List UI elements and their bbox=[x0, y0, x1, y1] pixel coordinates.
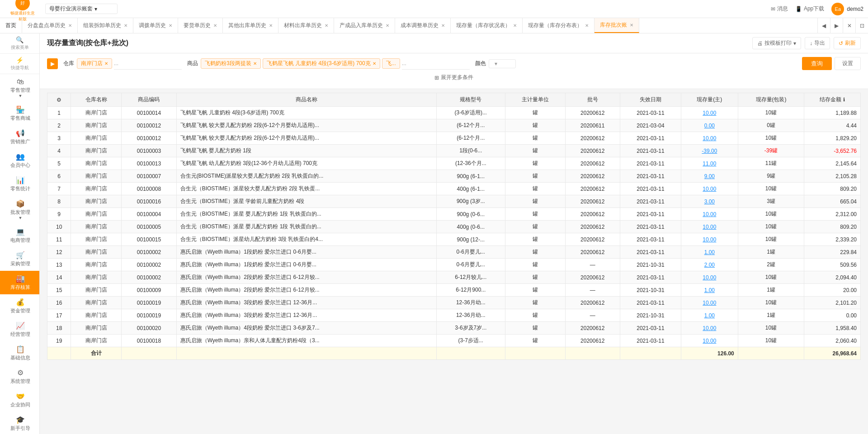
row-qty-main[interactable]: 1.00 bbox=[681, 246, 738, 259]
col-settings[interactable]: ⚙ bbox=[47, 93, 71, 107]
row-qty-main[interactable]: 10.00 bbox=[681, 208, 738, 221]
sidebar-item-xitong[interactable]: ⚙ 系统管理 bbox=[0, 365, 39, 388]
product-tag-3[interactable]: 飞... bbox=[382, 58, 400, 69]
template-dropdown-icon: ▾ bbox=[793, 40, 796, 47]
tab-tiaopo-close[interactable]: ✕ bbox=[169, 23, 172, 28]
export-button[interactable]: ↓ 导出 bbox=[805, 37, 830, 49]
row-name: 合生元（BIOSTIME）派星幼儿配方奶粉 3段 乳铁蛋白的4... bbox=[176, 233, 436, 246]
sidebar-item-dianshang-label: 电商管理 bbox=[10, 237, 30, 244]
tab-cailiao[interactable]: 材料出库单历史 ✕ bbox=[278, 18, 334, 33]
tab-close-all-btn[interactable]: ✕ bbox=[843, 18, 855, 33]
tab-yaohuo-close[interactable]: ✕ bbox=[213, 23, 217, 28]
tab-qita-close[interactable]: ✕ bbox=[269, 23, 273, 28]
row-qty-main[interactable]: 10.00 bbox=[681, 297, 738, 309]
sidebar-item-huiyuan[interactable]: 👥 会员中心 bbox=[0, 149, 39, 172]
product-tag-1-close[interactable]: ✕ bbox=[253, 61, 257, 66]
sidebar-item-pifa[interactable]: 📦 批发管理 ▼ bbox=[0, 196, 39, 224]
tab-more-btn[interactable]: ⊡ bbox=[855, 18, 868, 33]
sidebar-item-lingsoufenxi[interactable]: 📊 零售统计 bbox=[0, 172, 39, 196]
expand-more-label: 展开更多条件 bbox=[441, 74, 473, 81]
warehouse-tag-close[interactable]: ✕ bbox=[104, 61, 108, 66]
sidebar-search[interactable]: 🔍 搜索英单 bbox=[0, 33, 39, 54]
row-qty-pack: 2罐 bbox=[738, 259, 804, 271]
tab-zuhe[interactable]: 组装拆卸单历史 ✕ bbox=[78, 18, 133, 33]
sidebar-item-qiye[interactable]: 🤝 企业协同 bbox=[0, 388, 39, 412]
row-qty-main[interactable]: 10.00 bbox=[681, 322, 738, 335]
product-tag-2-close[interactable]: ✕ bbox=[373, 61, 376, 66]
top-bar: 好 畅捷通好生意 标版 母婴行业演示账套 ▾ ✉ 消息 📱 App下载 Ea d… bbox=[0, 0, 868, 18]
tab-chengben-close[interactable]: ✕ bbox=[441, 23, 445, 28]
sidebar-quick-nav[interactable]: ⚡ 快捷导航 bbox=[0, 54, 39, 74]
sidebar-item-dianshang[interactable]: 💻 电商管理 bbox=[0, 224, 39, 247]
sidebar-item-xinshou[interactable]: 🎓 新手引导 bbox=[0, 412, 39, 434]
tab-chengben[interactable]: 成本调整单历史 ✕ bbox=[395, 18, 451, 33]
tab-chanpin[interactable]: 产成品入库单历史 ✕ bbox=[334, 18, 395, 33]
message-button[interactable]: ✉ 消息 bbox=[771, 5, 788, 13]
tab-yaohuo[interactable]: 要货单历史 ✕ bbox=[178, 18, 223, 33]
product-tag-2[interactable]: 飞鹤星飞帆 儿童奶粉 4段(3-6岁适用) 700克 ✕ bbox=[263, 58, 380, 69]
expand-more-btn[interactable]: ⊞ 展开更多条件 bbox=[431, 72, 477, 83]
table-row: 15 南岸门店 00100009 惠氏启旅（Wyeth illuma）2段奶粉 … bbox=[47, 284, 861, 297]
row-qty-main[interactable]: 2.00 bbox=[681, 259, 738, 271]
col-spec: 规格型号 bbox=[436, 93, 505, 107]
row-qty-main[interactable]: 3.00 bbox=[681, 195, 738, 208]
tab-kucun-pi-close[interactable]: ✕ bbox=[630, 23, 633, 28]
tab-kucun-zhuang-close[interactable]: ✕ bbox=[513, 23, 517, 28]
row-qty-main[interactable]: -39.00 bbox=[681, 145, 738, 157]
org-selector[interactable]: 母婴行业演示账套 ▾ bbox=[45, 4, 118, 14]
tab-fenku[interactable]: 分盘盘点单历史 ✕ bbox=[22, 18, 78, 33]
avatar: Ea bbox=[831, 3, 844, 15]
row-qty-main[interactable]: 0.00 bbox=[681, 119, 738, 132]
tab-tiaopo[interactable]: 调拨单历史 ✕ bbox=[133, 18, 178, 33]
row-qty-main[interactable]: 10.00 bbox=[681, 335, 738, 347]
template-print-button[interactable]: 🖨 按模板打印 ▾ bbox=[752, 37, 801, 49]
tab-kucun-pi[interactable]: 库存批次账 ✕ bbox=[594, 18, 639, 33]
settings-icon[interactable]: ⚙ bbox=[57, 97, 61, 103]
tab-qita[interactable]: 其他出库单历史 ✕ bbox=[223, 18, 278, 33]
filter-expand-btn[interactable]: ▶ bbox=[47, 58, 58, 69]
sidebar-item-kucun[interactable]: 🏭 库存核算 bbox=[0, 271, 39, 294]
product-input[interactable] bbox=[402, 58, 470, 70]
row-qty-main[interactable]: 9.00 bbox=[681, 170, 738, 183]
setting-button[interactable]: 设置 bbox=[835, 57, 861, 70]
product-tag-1[interactable]: 飞鹤奶粉3段两提装 ✕ bbox=[201, 58, 261, 69]
tab-kucun-fen-close[interactable]: ✕ bbox=[585, 23, 589, 28]
row-expire: 2021-10-31 bbox=[620, 259, 681, 271]
tab-prev-btn[interactable]: ◀ bbox=[817, 18, 830, 33]
row-batch: 20200612 bbox=[565, 170, 620, 183]
tab-chanpin-close[interactable]: ✕ bbox=[386, 23, 389, 28]
color-dropdown-icon: ▾ bbox=[495, 61, 497, 67]
tab-next-btn[interactable]: ▶ bbox=[830, 18, 843, 33]
warehouse-tags: 南岸门店 ✕ bbox=[77, 58, 182, 70]
warehouse-input[interactable] bbox=[114, 58, 182, 70]
tab-fenku-close[interactable]: ✕ bbox=[68, 23, 72, 28]
row-qty-main[interactable]: 1.00 bbox=[681, 284, 738, 297]
tab-cailiao-close[interactable]: ✕ bbox=[325, 23, 328, 28]
row-qty-main[interactable]: 10.00 bbox=[681, 183, 738, 195]
sidebar-item-yingxiao[interactable]: 📢 营销推广 bbox=[0, 125, 39, 149]
sidebar-item-lingshougly[interactable]: 🛍 零售管理 ▼ bbox=[0, 74, 39, 102]
row-amount: 2,060.40 bbox=[804, 335, 861, 347]
row-qty-main[interactable]: 10.00 bbox=[681, 271, 738, 284]
tab-kucun-fen[interactable]: 现存量（库存分布表） ✕ bbox=[523, 18, 594, 33]
refresh-button[interactable]: ↺ 刷新 bbox=[834, 37, 861, 49]
warehouse-tag-nanandianmen[interactable]: 南岸门店 ✕ bbox=[77, 58, 112, 69]
user-profile[interactable]: Ea demo2 bbox=[831, 3, 863, 15]
sidebar-item-jichu[interactable]: 📋 基础信息 bbox=[0, 341, 39, 365]
row-qty-main[interactable]: 10.00 bbox=[681, 107, 738, 119]
tab-zuhe-close[interactable]: ✕ bbox=[124, 23, 127, 28]
row-qty-main[interactable]: 1.00 bbox=[681, 309, 738, 322]
tab-home[interactable]: 首页 bbox=[0, 18, 22, 33]
sidebar-item-jingying[interactable]: 📈 经营管理 bbox=[0, 318, 39, 341]
tab-kucun-zhuang[interactable]: 现存量（库存状况表） ✕ bbox=[451, 18, 523, 33]
sidebar-item-zijin[interactable]: 💰 资金管理 bbox=[0, 294, 39, 318]
sidebar-item-caigou[interactable]: 🛒 采购管理 bbox=[0, 247, 39, 271]
row-qty-main[interactable]: 10.00 bbox=[681, 233, 738, 246]
query-button[interactable]: 查询 bbox=[802, 57, 832, 70]
row-qty-main[interactable]: 11.00 bbox=[681, 157, 738, 170]
app-download-button[interactable]: 📱 App下载 bbox=[795, 5, 824, 13]
sidebar-item-lingsoushangcheng[interactable]: 🏪 零售商城 bbox=[0, 102, 39, 125]
color-dropdown[interactable]: ▾ bbox=[489, 59, 516, 68]
row-qty-main[interactable]: 10.00 bbox=[681, 132, 738, 145]
row-qty-main[interactable]: 10.00 bbox=[681, 221, 738, 233]
